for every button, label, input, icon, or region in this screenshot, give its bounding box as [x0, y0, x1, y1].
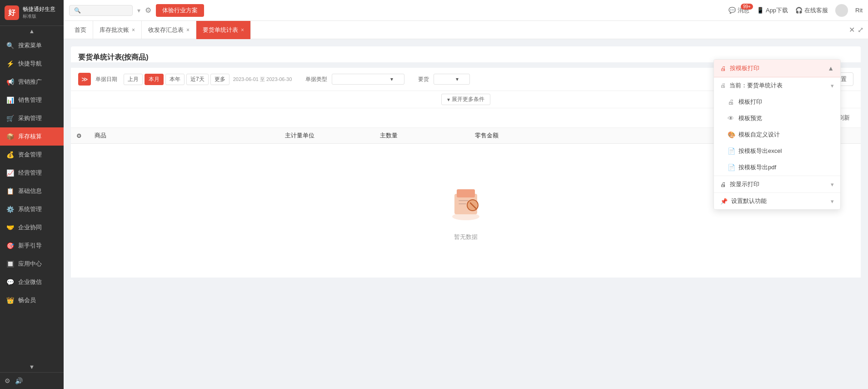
app-logo-icon: 好 — [5, 5, 19, 20]
sidebar-item-purchase[interactable]: 🛒 采购管理 — [0, 109, 64, 127]
display-print-arrow: ▾ — [831, 181, 834, 188]
tab-order-stats[interactable]: 要货单统计表 × — [196, 21, 251, 39]
dropdown-item-label: 模板打印 — [738, 98, 762, 106]
tab-label: 要货单统计表 — [203, 26, 238, 34]
app-icon: 📱 — [757, 7, 764, 14]
sidebar-item-finance[interactable]: 💰 资金管理 — [0, 146, 64, 164]
sidebar-item-label: 营销推广 — [18, 78, 42, 86]
current-template-icon: 🖨 — [720, 82, 726, 89]
tab-label: 库存批次账 — [100, 26, 129, 34]
user-avatar[interactable] — [835, 4, 848, 17]
sidebar-item-system[interactable]: ⚙️ 系统管理 — [0, 200, 64, 218]
dropdown-item-preview[interactable]: 👁 模板预览 — [714, 110, 840, 126]
sidebar-item-label: 采购管理 — [18, 114, 42, 122]
sidebar-bottom: ⚙ 🔊 — [0, 372, 64, 389]
dropdown-item-pdf[interactable]: 📄 按模板导出pdf — [714, 159, 840, 176]
guide-icon: 🎯 — [5, 241, 15, 250]
tab-close-all-icon[interactable]: ✕ — [849, 25, 855, 34]
col-unit: 主计量单位 — [285, 131, 380, 140]
col-settings[interactable]: ⚙ — [76, 132, 95, 139]
set-default-arrow: ▾ — [831, 198, 834, 205]
dropdown-printer-icon: 🖨 — [720, 65, 726, 72]
topbar-right: 💬 消息 99+ 📱 App下载 🎧 在线客服 Rit — [728, 4, 863, 17]
dropdown-item-excel[interactable]: 📄 按模板导出excel — [714, 143, 840, 159]
app-download-button[interactable]: 📱 App下载 — [757, 6, 788, 15]
sidebar-item-guide[interactable]: 🎯 新手引导 — [0, 237, 64, 255]
set-default-label: 设置默认功能 — [731, 197, 767, 205]
dropdown-item-design[interactable]: 🎨 模板自定义设计 — [714, 126, 840, 143]
date-btn-this-month[interactable]: 本月 — [145, 74, 164, 85]
search-icon: 🔍 — [5, 41, 15, 50]
sidebar-item-marketing[interactable]: 📢 营销推广 — [0, 73, 64, 91]
online-service-button[interactable]: 🎧 在线客服 — [795, 6, 828, 15]
dropdown-display-print[interactable]: 🖨 按显示打印 ▾ — [714, 176, 840, 192]
sidebar-item-member[interactable]: 👑 畅会员 — [0, 291, 64, 309]
message-button[interactable]: 💬 消息 99+ — [728, 6, 749, 15]
yaohuodan-select[interactable]: ▾ — [434, 74, 470, 85]
app-center-icon: 🔲 — [5, 259, 15, 268]
dropdown-item-label: 模板自定义设计 — [738, 131, 780, 139]
dropdown-header-right: ▲ — [828, 65, 834, 72]
sidebar-item-weixin[interactable]: 💬 企业微信 — [0, 273, 64, 291]
tabbar: 首页 库存批次账 × 收发存汇总表 × 要货单统计表 × ✕ ⤢ — [64, 21, 868, 39]
dropdown-set-default[interactable]: 📌 设置默认功能 ▾ — [714, 193, 840, 209]
tab-close-icon[interactable]: × — [132, 27, 135, 33]
sidebar-item-label: 搜索菜单 — [18, 41, 42, 50]
sidebar-scroll-down[interactable]: ▼ — [0, 362, 64, 372]
sidebar-item-label: 资金管理 — [18, 151, 42, 159]
topbar-search[interactable]: 🔍 — [69, 5, 133, 16]
type-select[interactable]: ▾ — [332, 74, 404, 85]
topbar-dropdown-arrow[interactable]: ▾ — [137, 7, 140, 14]
sidebar-item-app-center[interactable]: 🔲 应用中心 — [0, 255, 64, 273]
trial-button[interactable]: 体验行业方案 — [156, 4, 204, 17]
design-icon: 🎨 — [728, 131, 735, 138]
sidebar-logo: 好 畅捷通好生意 标准版 — [0, 0, 64, 26]
settings-icon[interactable]: ⚙ — [5, 377, 10, 384]
sidebar-item-inventory[interactable]: 📦 库存核算 — [0, 127, 64, 146]
tab-expand-icon[interactable]: ⤢ — [858, 25, 863, 34]
dropdown-current-item[interactable]: 🖨 当前：要货单统计表 ▾ — [714, 77, 840, 94]
tab-close-icon[interactable]: × — [186, 27, 190, 33]
date-btn-this-year[interactable]: 本年 — [165, 74, 185, 85]
date-btn-7days[interactable]: 近7天 — [186, 74, 209, 85]
system-icon: ⚙️ — [5, 205, 15, 214]
sidebar-item-label: 销售管理 — [18, 96, 42, 104]
tab-close-icon[interactable]: × — [241, 27, 244, 33]
sidebar-item-label: 库存核算 — [18, 132, 42, 141]
volume-icon[interactable]: 🔊 — [15, 377, 23, 384]
sidebar-nav: 🔍 搜索菜单 ⚡ 快捷导航 📢 营销推广 📊 销售管理 🛒 采购管理 📦 库存核… — [0, 36, 64, 362]
sidebar-item-basic-info[interactable]: 📋 基础信息 — [0, 182, 64, 200]
sidebar-item-label: 畅会员 — [18, 296, 36, 304]
sidebar-item-label: 企业微信 — [18, 278, 42, 286]
current-template-arrow: ▾ — [831, 82, 834, 89]
sidebar-item-label: 基础信息 — [18, 187, 42, 195]
set-default-icon: 📌 — [720, 198, 728, 205]
empty-text: 暂无数据 — [454, 233, 478, 241]
sales-icon: 📊 — [5, 96, 15, 105]
sidebar-item-label: 企业协同 — [18, 223, 42, 232]
date-btn-more[interactable]: 更多 — [210, 74, 229, 85]
message-icon: 💬 — [728, 7, 736, 14]
sidebar-item-sales[interactable]: 📊 销售管理 — [0, 91, 64, 109]
dropdown-item-label: 按模板导出pdf — [738, 163, 776, 172]
expand-more-button[interactable]: ▾ 展开更多条件 — [441, 94, 490, 105]
tab-home[interactable]: 首页 — [68, 21, 93, 39]
filter-expand-button[interactable]: ≫ — [78, 73, 91, 86]
sidebar-item-search[interactable]: 🔍 搜索菜单 — [0, 36, 64, 55]
weixin-icon: 💬 — [5, 278, 15, 287]
username-label[interactable]: Rit — [855, 7, 863, 14]
tab-stock-summary[interactable]: 收发存汇总表 × — [142, 21, 196, 39]
dropdown-item-print[interactable]: 🖨 模板打印 — [714, 94, 840, 110]
dropdown-item-label: 模板预览 — [738, 114, 762, 122]
sidebar-item-management[interactable]: 📈 经营管理 — [0, 164, 64, 182]
date-btn-last-month[interactable]: 上月 — [124, 74, 143, 85]
tab-inventory-batch[interactable]: 库存批次账 × — [93, 21, 142, 39]
sidebar-item-quick-nav[interactable]: ⚡ 快捷导航 — [0, 55, 64, 73]
main-content: 🔍 ▾ ⚙ 体验行业方案 💬 消息 99+ 📱 App下载 🎧 在线客服 Rit — [64, 0, 868, 389]
topbar: 🔍 ▾ ⚙ 体验行业方案 💬 消息 99+ 📱 App下载 🎧 在线客服 Rit — [64, 0, 868, 21]
app-name: 畅捷通好生意 — [23, 6, 55, 13]
sidebar-scroll-up[interactable]: ▲ — [0, 26, 64, 36]
sidebar-item-cooperation[interactable]: 🤝 企业协同 — [0, 218, 64, 237]
dropdown-up-icon[interactable]: ▲ — [828, 65, 834, 72]
topbar-gear-icon[interactable]: ⚙ — [145, 6, 151, 15]
